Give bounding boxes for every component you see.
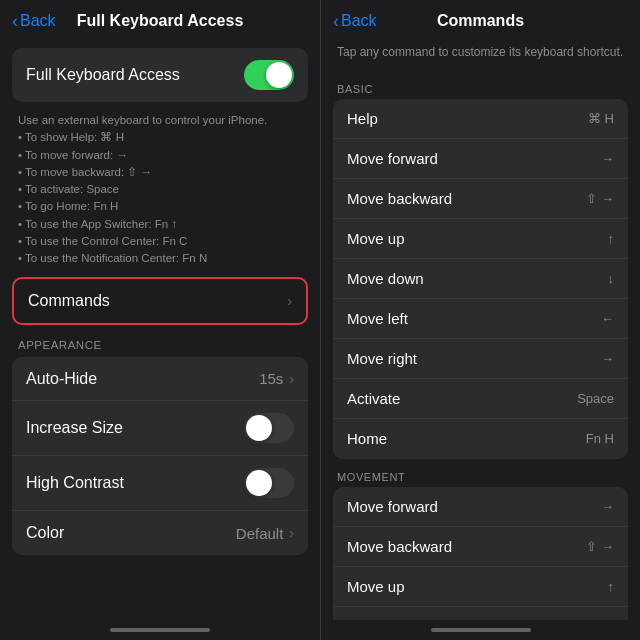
auto-hide-item[interactable]: Auto-Hide 15s › (12, 357, 308, 401)
cmd-activate-basic-label: Activate (347, 390, 400, 407)
cmd-move-left-basic-shortcut: ← (601, 311, 614, 326)
basic-section-label: BASIC (321, 71, 640, 99)
right-header-title: Commands (437, 12, 524, 30)
right-back-label: Back (341, 12, 377, 30)
auto-hide-value: 15s (259, 370, 283, 387)
full-keyboard-access-toggle[interactable] (244, 60, 294, 90)
cmd-move-up-basic-shortcut: ↑ (608, 231, 615, 246)
cmd-move-up-movement[interactable]: Move up ↑ (333, 567, 628, 607)
cmd-help-shortcut: ⌘ H (588, 111, 614, 126)
high-contrast-label: High Contrast (26, 474, 124, 492)
appearance-section-label: APPEARANCE (0, 325, 320, 357)
cmd-move-left-basic[interactable]: Move left ← (333, 299, 628, 339)
right-panel: ‹ Back Commands Tap any command to custo… (320, 0, 640, 640)
color-value: Default (236, 525, 284, 542)
color-item[interactable]: Color Default › (12, 511, 308, 555)
increase-size-toggle[interactable] (244, 413, 294, 443)
auto-hide-right: 15s › (259, 370, 294, 387)
color-label: Color (26, 524, 64, 542)
cmd-help-label: Help (347, 110, 378, 127)
right-scroll-content: Tap any command to customize its keyboar… (321, 38, 640, 620)
cmd-move-left-basic-label: Move left (347, 310, 408, 327)
commands-row-highlighted[interactable]: Commands › (12, 277, 308, 325)
basic-list-group: Help ⌘ H Move forward → Move backward ⇧ … (333, 99, 628, 459)
cmd-move-backward-movement-shortcut: ⇧ → (586, 539, 614, 554)
cmd-move-forward-basic-label: Move forward (347, 150, 438, 167)
cmd-move-forward-movement-shortcut: → (601, 499, 614, 514)
description-block: Use an external keyboard to control your… (0, 106, 320, 277)
cmd-move-right-basic[interactable]: Move right → (333, 339, 628, 379)
cmd-home-basic-label: Home (347, 430, 387, 447)
high-contrast-toggle[interactable] (244, 468, 294, 498)
cmd-activate-basic-shortcut: Space (577, 391, 614, 406)
right-back-chevron-icon: ‹ (333, 12, 339, 30)
commands-chevron-icon: › (287, 293, 292, 309)
cmd-move-backward-movement[interactable]: Move backward ⇧ → (333, 527, 628, 567)
full-keyboard-access-label: Full Keyboard Access (26, 66, 180, 84)
left-back-button[interactable]: ‹ Back (12, 12, 56, 30)
high-contrast-toggle-knob (246, 470, 272, 496)
movement-list-group: Move forward → Move backward ⇧ → Move up… (333, 487, 628, 620)
color-chevron-icon: › (289, 525, 294, 541)
cmd-move-forward-movement-label: Move forward (347, 498, 438, 515)
left-home-bar (110, 628, 210, 632)
right-home-indicator (321, 620, 640, 640)
cmd-move-down-basic-label: Move down (347, 270, 424, 287)
cmd-home-basic[interactable]: Home Fn H (333, 419, 628, 459)
commands-label: Commands (28, 292, 110, 310)
cmd-move-up-movement-label: Move up (347, 578, 405, 595)
movement-section-label: MOVEMENT (321, 459, 640, 487)
cmd-move-up-basic-label: Move up (347, 230, 405, 247)
cmd-move-up-movement-shortcut: ↑ (608, 579, 615, 594)
cmd-help[interactable]: Help ⌘ H (333, 99, 628, 139)
cmd-move-right-basic-shortcut: → (601, 351, 614, 366)
cmd-move-backward-movement-label: Move backward (347, 538, 452, 555)
cmd-activate-basic[interactable]: Activate Space (333, 379, 628, 419)
cmd-move-forward-movement[interactable]: Move forward → (333, 487, 628, 527)
increase-size-label: Increase Size (26, 419, 123, 437)
right-back-button[interactable]: ‹ Back (333, 12, 377, 30)
full-keyboard-access-toggle-row: Full Keyboard Access (12, 48, 308, 102)
color-right: Default › (236, 525, 294, 542)
cmd-move-down-basic[interactable]: Move down ↓ (333, 259, 628, 299)
increase-size-toggle-knob (246, 415, 272, 441)
left-header: ‹ Back Full Keyboard Access (0, 0, 320, 38)
cmd-move-backward-basic-shortcut: ⇧ → (586, 191, 614, 206)
cmd-move-up-basic[interactable]: Move up ↑ (333, 219, 628, 259)
cmd-home-basic-shortcut: Fn H (586, 431, 614, 446)
cmd-move-down-basic-shortcut: ↓ (608, 271, 615, 286)
left-scroll-content: Full Keyboard Access Use an external key… (0, 38, 320, 620)
back-chevron-icon: ‹ (12, 12, 18, 30)
left-home-indicator (0, 620, 320, 640)
increase-size-item[interactable]: Increase Size (12, 401, 308, 456)
description-text: Use an external keyboard to control your… (18, 112, 302, 267)
cmd-move-down-movement[interactable]: Move down ↓ (333, 607, 628, 620)
cmd-move-right-basic-label: Move right (347, 350, 417, 367)
cmd-move-forward-basic[interactable]: Move forward → (333, 139, 628, 179)
commands-list-item[interactable]: Commands › (14, 279, 306, 323)
left-header-title: Full Keyboard Access (77, 12, 244, 30)
left-back-label: Back (20, 12, 56, 30)
cmd-move-backward-basic-label: Move backward (347, 190, 452, 207)
high-contrast-item[interactable]: High Contrast (12, 456, 308, 511)
right-header: ‹ Back Commands (321, 0, 640, 38)
appearance-list-group: Auto-Hide 15s › Increase Size High Contr… (12, 357, 308, 555)
right-home-bar (431, 628, 531, 632)
cmd-move-forward-basic-shortcut: → (601, 151, 614, 166)
right-subtitle: Tap any command to customize its keyboar… (321, 38, 640, 71)
auto-hide-label: Auto-Hide (26, 370, 97, 388)
cmd-move-backward-basic[interactable]: Move backward ⇧ → (333, 179, 628, 219)
left-panel: ‹ Back Full Keyboard Access Full Keyboar… (0, 0, 320, 640)
toggle-knob (266, 62, 292, 88)
auto-hide-chevron-icon: › (289, 371, 294, 387)
